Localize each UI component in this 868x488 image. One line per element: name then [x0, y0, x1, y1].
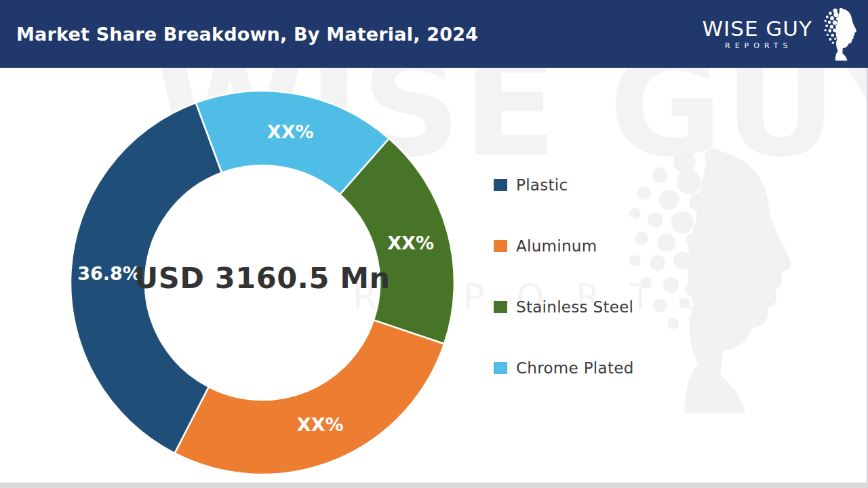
legend-item-plastic: Plastic: [494, 173, 634, 197]
page-title: Market Share Breakdown, By Material, 202…: [16, 24, 478, 45]
legend-label-aluminum: Aluminum: [516, 237, 597, 255]
wise-guy-logo: WISE GUY REPORTS: [702, 7, 859, 61]
legend-label-chrome-plated: Chrome Plated: [516, 359, 634, 377]
legend-label-plastic: Plastic: [516, 176, 568, 194]
report-chart-image: Market Share Breakdown, By Material, 202…: [0, 0, 868, 488]
slice-label-plastic: 36.8%: [77, 263, 141, 284]
logo-sub-text: REPORTS: [722, 42, 792, 49]
legend-swatch-stainless-steel: [494, 301, 507, 313]
legend-swatch-chrome-plated: [494, 362, 507, 374]
logo-brand-text: WISE GUY: [702, 18, 812, 39]
chart-center-value: USD 3160.5 Mn: [134, 261, 390, 295]
donut-slice-aluminum: [175, 320, 445, 474]
legend-label-stainless-steel: Stainless Steel: [516, 298, 633, 316]
header-bar: Market Share Breakdown, By Material, 202…: [0, 0, 868, 68]
donut-chart: 36.8%XX%XX%XX%: [0, 68, 868, 483]
legend-item-chrome-plated: Chrome Plated: [494, 356, 634, 380]
logo-text: WISE GUY REPORTS: [702, 18, 812, 49]
slice-label-chrome-plated: XX%: [267, 121, 314, 142]
slice-label-stainless-steel: XX%: [387, 232, 434, 253]
legend-item-aluminum: Aluminum: [494, 234, 634, 258]
legend-item-stainless-steel: Stainless Steel: [494, 295, 634, 319]
chart-legend: Plastic Aluminum Stainless Steel Chrome …: [494, 173, 634, 380]
legend-swatch-plastic: [494, 179, 507, 191]
legend-swatch-aluminum: [494, 240, 507, 252]
logo-face-icon: [814, 7, 859, 61]
chart-canvas: WISE GUY REPORTS 36.8%XX%XX%XX% USD 3160…: [0, 68, 868, 483]
bottom-strip: [0, 483, 868, 488]
slice-label-aluminum: XX%: [297, 414, 344, 435]
